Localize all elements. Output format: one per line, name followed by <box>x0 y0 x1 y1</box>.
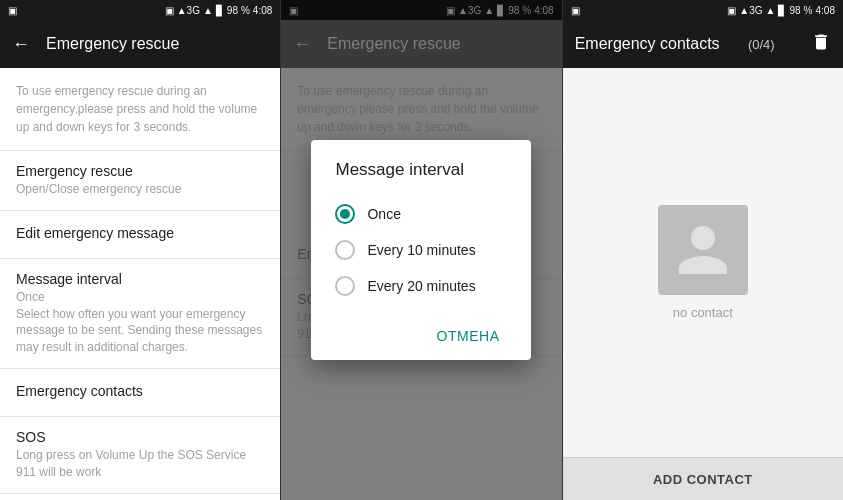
contacts-empty-area: no contact <box>563 68 843 457</box>
dialog-actions: OTMEHA <box>335 312 507 352</box>
screen-title-left: Emergency rescue <box>46 35 179 53</box>
battery-percent-right: 98 <box>789 5 800 16</box>
radio-circle-20min <box>335 276 355 296</box>
dialog-overlay: Message interval Once Every 10 minutes E… <box>281 0 561 500</box>
left-description: To use emergency rescue during an emerge… <box>0 68 280 151</box>
status-left-icons-right: ▣ <box>571 5 580 16</box>
item-subtitle-interval: OnceSelect how often you want your emerg… <box>16 289 264 356</box>
status-bar-left: ▣ ▣ ▲3G ▲ ▊ 98% 4:08 <box>0 0 280 20</box>
battery-percent-left: 98 <box>227 5 238 16</box>
item-title-contacts-left: Emergency contacts <box>16 383 143 399</box>
radio-option-20min[interactable]: Every 20 minutes <box>335 268 507 304</box>
item-title-edit-message: Edit emergency message <box>16 225 174 241</box>
status-left-icons: ▣ <box>8 5 17 16</box>
sim-icon-right: ▣ <box>727 5 736 16</box>
signal-3g-right: ▲3G <box>739 5 762 16</box>
radio-label-once: Once <box>367 206 400 222</box>
menu-item-message-interval[interactable]: Message interval OnceSelect how often yo… <box>0 259 280 369</box>
status-right-icons-right: ▣ ▲3G ▲ ▊ 98% 4:08 <box>727 5 835 16</box>
avatar-placeholder <box>658 205 748 295</box>
radio-option-10min[interactable]: Every 10 minutes <box>335 232 507 268</box>
message-interval-dialog: Message interval Once Every 10 minutes E… <box>311 140 531 360</box>
middle-panel: ▣ ▣ ▲3G ▲ ▊ 98% 4:08 ← Emergency rescue … <box>281 0 561 500</box>
item-title-sos-left: SOS <box>16 429 264 445</box>
time-left: 4:08 <box>253 5 272 16</box>
add-contact-button[interactable]: ADD CONTACT <box>579 472 827 487</box>
status-right-icons: ▣ ▲3G ▲ ▊ 98% 4:08 <box>165 5 273 16</box>
time-right: 4:08 <box>816 5 835 16</box>
right-panel: ▣ ▣ ▲3G ▲ ▊ 98% 4:08 Emergency contacts … <box>563 0 843 500</box>
signal-3g-icon: ▲3G <box>177 5 200 16</box>
status-bar-right: ▣ ▣ ▲3G ▲ ▊ 98% 4:08 <box>563 0 843 20</box>
person-icon <box>673 220 733 280</box>
battery-icon-right: ▊ <box>778 5 786 16</box>
no-contact-label: no contact <box>673 305 733 320</box>
item-title-interval: Message interval <box>16 271 264 287</box>
battery-icon: ▊ <box>216 5 224 16</box>
item-title-emergency-rescue: Emergency rescue <box>16 163 264 179</box>
radio-circle-10min <box>335 240 355 260</box>
radio-circle-once <box>335 204 355 224</box>
trash-icon-button[interactable] <box>811 32 831 57</box>
left-panel: ▣ ▣ ▲3G ▲ ▊ 98% 4:08 ← Emergency rescue … <box>0 0 280 500</box>
item-subtitle-emergency-rescue: Open/Close emergency rescue <box>16 181 264 198</box>
dialog-cancel-button[interactable]: OTMEHA <box>429 320 508 352</box>
notification-icon-right: ▣ <box>571 5 580 16</box>
menu-item-sos-left[interactable]: SOS Long press on Volume Up the SOS Serv… <box>0 417 280 494</box>
notification-icon: ▣ <box>8 5 17 16</box>
top-bar-right: Emergency contacts (0/4) <box>563 20 843 68</box>
dialog-title: Message interval <box>335 160 507 180</box>
back-button-left[interactable]: ← <box>12 34 30 55</box>
radio-label-10min: Every 10 minutes <box>367 242 475 258</box>
left-content: To use emergency rescue during an emerge… <box>0 68 280 500</box>
wifi-icon: ▲ <box>203 5 213 16</box>
menu-item-contacts-left[interactable]: Emergency contacts <box>0 369 280 417</box>
menu-item-emergency-rescue[interactable]: Emergency rescue Open/Close emergency re… <box>0 151 280 211</box>
radio-label-20min: Every 20 minutes <box>367 278 475 294</box>
menu-item-edit-message[interactable]: Edit emergency message <box>0 211 280 259</box>
item-subtitle-sos-left: Long press on Volume Up the SOS Service … <box>16 447 264 481</box>
contact-count-badge: (0/4) <box>748 37 775 52</box>
sim-icon: ▣ <box>165 5 174 16</box>
top-bar-left: ← Emergency rescue <box>0 20 280 68</box>
radio-option-once[interactable]: Once <box>335 196 507 232</box>
wifi-icon-right: ▲ <box>766 5 776 16</box>
screen-title-right: Emergency contacts <box>575 35 720 53</box>
add-contact-bar: ADD CONTACT <box>563 457 843 500</box>
